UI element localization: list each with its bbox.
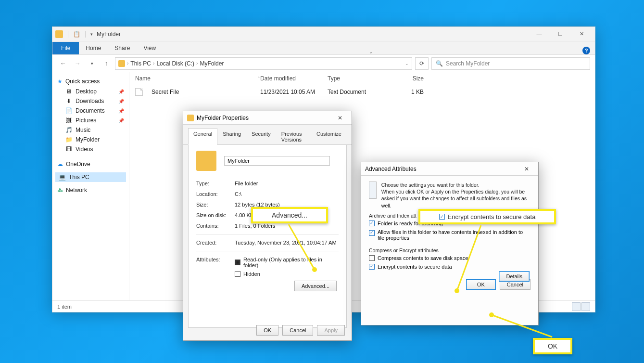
sidebar-onedrive[interactable]: ☁OneDrive — [55, 159, 126, 169]
apply-button[interactable]: Apply — [317, 325, 345, 336]
separator — [85, 31, 86, 38]
sidebar-network[interactable]: 🖧Network — [55, 185, 126, 195]
folder-name-input[interactable] — [224, 156, 330, 166]
file-date: 11/23/2021 10:05 AM — [260, 89, 328, 95]
created-label: Created: — [196, 240, 235, 246]
tab-share[interactable]: Share — [108, 42, 137, 54]
col-size-header[interactable]: Size — [385, 75, 424, 82]
sidebar-item-label: Music — [76, 127, 90, 133]
search-input[interactable]: 🔍 Search MyFolder — [431, 57, 590, 70]
location-label: Location: — [196, 191, 235, 197]
pin-icon: 📌 — [118, 99, 124, 104]
cancel-button[interactable]: Cancel — [282, 325, 313, 336]
tab-view[interactable]: View — [137, 42, 163, 54]
dialog-titlebar: Advanced Attributes ✕ — [361, 162, 538, 176]
ok-button[interactable]: OK — [256, 325, 278, 336]
breadcrumb[interactable]: › This PC › Local Disk (C:) › MyFolder ⌄ — [115, 57, 412, 70]
sidebar-item-music[interactable]: 🎵Music — [55, 125, 126, 135]
close-button[interactable]: ✕ — [519, 166, 534, 172]
col-name-header[interactable]: Name — [135, 75, 151, 82]
quick-access-toolbar: 📋 ▾ — [55, 30, 93, 38]
maximize-button[interactable]: ☐ — [550, 27, 571, 41]
folder-icon — [118, 60, 125, 67]
highlight-ok-callout: OK — [533, 338, 572, 354]
back-button[interactable]: ← — [57, 58, 69, 69]
tab-previous-versions[interactable]: Previous Versions — [276, 128, 311, 145]
dialog-title: Advanced Attributes — [365, 166, 417, 172]
tab-security[interactable]: Security — [246, 128, 276, 145]
search-placeholder: Search MyFolder — [446, 60, 490, 67]
file-size: 1 KB — [385, 89, 424, 95]
large-icons-view-icon[interactable] — [581, 302, 590, 311]
properties-body: Type:File folder Location:C:\ Size:12 by… — [188, 145, 347, 328]
intro-line-2: When you click OK or Apply on the Proper… — [381, 188, 530, 209]
sidebar-item-videos[interactable]: 🎞Videos — [55, 144, 126, 154]
sidebar-quick-access[interactable]: ★Quick access — [55, 76, 126, 87]
tab-general[interactable]: General — [188, 128, 217, 145]
sidebar-item-pictures[interactable]: 🖼Pictures📌 — [55, 116, 126, 125]
tab-file[interactable]: File — [52, 42, 79, 54]
advanced-body: Choose the settings you want for this fo… — [361, 176, 538, 275]
index-checkbox[interactable]: ✓Allow files in this folder to have cont… — [369, 229, 530, 241]
col-type-header[interactable]: Type — [328, 75, 385, 82]
hidden-checkbox[interactable]: Hidden — [235, 271, 339, 277]
ok-button[interactable]: OK — [466, 279, 496, 290]
view-mode-icons — [572, 302, 590, 311]
refresh-button[interactable]: ⟳ — [415, 57, 429, 70]
up-button[interactable]: ↑ — [101, 58, 112, 69]
sidebar-item-downloads[interactable]: ⬇Downloads📌 — [55, 96, 126, 106]
minimize-button[interactable]: — — [529, 27, 550, 41]
window-title: MyFolder — [97, 31, 121, 38]
music-icon: 🎵 — [65, 127, 73, 133]
network-label: Network — [66, 187, 87, 194]
sidebar-item-label: Desktop — [76, 88, 97, 95]
highlight-label: OK — [548, 342, 557, 350]
attributes-icon — [369, 182, 377, 199]
contains-value: 1 Files, 0 Folders — [235, 223, 339, 229]
qat-dropdown[interactable]: ▾ — [90, 32, 93, 37]
file-type: Text Document — [328, 89, 385, 95]
close-button[interactable]: ✕ — [332, 115, 348, 121]
quick-access-label: Quick access — [65, 78, 100, 85]
compress-checkbox[interactable]: Compress contents to save disk space — [369, 255, 530, 261]
size-label: Size: — [196, 202, 235, 207]
sidebar-item-label: Documents — [76, 107, 105, 114]
encrypt-checkbox[interactable]: ✓Encrypt contents to secure data — [369, 264, 530, 270]
this-pc-icon: 💻 — [58, 174, 66, 180]
advanced-attributes-dialog: Advanced Attributes ✕ Choose the setting… — [361, 162, 539, 325]
crumb-folder[interactable]: MyFolder — [200, 60, 224, 67]
details-view-icon[interactable] — [572, 302, 581, 311]
file-row[interactable]: Secret File 11/23/2021 10:05 AM Text Doc… — [129, 85, 595, 99]
chevron-right-icon: › — [196, 61, 198, 66]
tab-home[interactable]: Home — [79, 42, 108, 54]
advanced-button[interactable]: Advanced... — [294, 281, 337, 291]
crumb-this-pc[interactable]: This PC — [130, 60, 151, 67]
sidebar-item-documents[interactable]: 📄Documents📌 — [55, 106, 126, 116]
advanced-description: Choose the settings you want for this fo… — [381, 182, 530, 209]
navigation-pane: ★Quick access 🖥Desktop📌 ⬇Downloads📌 📄Doc… — [52, 72, 129, 300]
forward-button[interactable]: → — [72, 58, 83, 69]
crumb-drive[interactable]: Local Disk (C:) — [156, 60, 194, 67]
checkbox-icon — [235, 271, 240, 277]
location-value: C:\ — [235, 191, 339, 197]
tab-customize[interactable]: Customize — [311, 128, 347, 145]
documents-icon: 📄 — [65, 108, 73, 114]
ribbon-collapse-icon[interactable]: ⌄ — [369, 49, 373, 54]
properties-dialog: MyFolder Properties ✕ General Sharing Se… — [183, 111, 352, 341]
sidebar-item-myfolder[interactable]: 📁MyFolder — [55, 135, 126, 144]
column-headers[interactable]: Name˄ Date modified Type Size — [129, 72, 595, 85]
sidebar-item-desktop[interactable]: 🖥Desktop📌 — [55, 87, 126, 96]
readonly-checkbox[interactable]: ■Read-only (Only applies to files in fol… — [235, 257, 339, 268]
onedrive-label: OneDrive — [66, 161, 90, 168]
separator — [68, 31, 68, 38]
qat-icon[interactable]: 📋 — [73, 31, 80, 38]
breadcrumb-dropdown[interactable]: ⌄ — [405, 61, 409, 66]
help-icon[interactable]: ? — [582, 47, 590, 54]
size-on-disk-label: Size on disk: — [196, 212, 235, 218]
tab-sharing[interactable]: Sharing — [217, 128, 246, 145]
sidebar-this-pc[interactable]: 💻This PC — [55, 172, 126, 182]
close-button[interactable]: ✕ — [571, 27, 592, 41]
details-button[interactable]: Details — [499, 271, 530, 282]
recent-dropdown[interactable]: ▾ — [86, 58, 98, 69]
col-date-header[interactable]: Date modified — [260, 75, 328, 82]
